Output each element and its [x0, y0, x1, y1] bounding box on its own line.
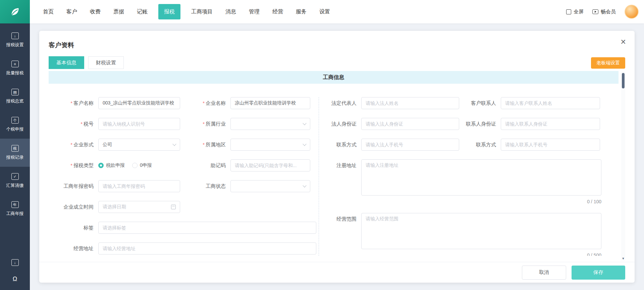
industry-label: *所属行业 [180, 121, 230, 127]
customer-name-input[interactable] [98, 97, 180, 109]
form-row: 企业成立时间 请选择日期 [49, 201, 319, 213]
close-icon[interactable]: × [621, 38, 626, 47]
nav-item-messages[interactable]: 消息 [223, 0, 238, 23]
form-row: 注册地址 0 / 100 [328, 159, 619, 204]
tags-label: 标签 [49, 225, 98, 231]
registered-address-textarea[interactable] [361, 159, 601, 196]
tax-number-input[interactable] [98, 118, 180, 130]
contact-id-label: 联系人身份证 [459, 121, 501, 127]
legal-id-input[interactable] [361, 118, 459, 130]
region-select[interactable] [230, 139, 310, 151]
chevron-down-icon [303, 142, 306, 146]
monitor-download-icon[interactable]: ↓ [11, 259, 19, 266]
form-row: 标签 [49, 222, 319, 234]
business-status-select[interactable] [230, 180, 310, 192]
contact-id-input[interactable] [501, 118, 600, 130]
tab-basic-info[interactable]: 基本信息 [49, 56, 84, 69]
sidebar-item-filing-overview[interactable]: ▤ 报税总览 [0, 82, 30, 111]
industry-select[interactable] [230, 118, 310, 130]
nav-item-customers[interactable]: 客户 [64, 0, 79, 23]
nav-item-tax-filing[interactable]: 报税 [158, 4, 180, 19]
member-button[interactable]: 畅会员 [592, 9, 616, 15]
vertical-scrollbar[interactable]: ▼ [621, 72, 625, 261]
topbar-right: 全屏 畅会员 [566, 0, 644, 23]
customer-info-modal: 客户资料 × 基本信息 财税设置 老板端设置 工商信息 *客户名称 *企业名称 [39, 31, 635, 283]
tax-number-label: *税号 [49, 121, 98, 127]
save-button[interactable]: 保存 [572, 266, 625, 280]
fullscreen-button[interactable]: 全屏 [566, 9, 584, 15]
required-mark: * [203, 142, 205, 147]
contact-phone-input[interactable] [501, 139, 600, 151]
company-type-select[interactable]: 公司 [98, 139, 180, 151]
nav-item-home[interactable]: 首页 [41, 0, 56, 23]
cancel-button[interactable]: 取消 [522, 266, 566, 280]
nav-item-operations[interactable]: 经营 [270, 0, 285, 23]
required-mark: * [80, 121, 83, 127]
legal-rep-input[interactable] [361, 97, 459, 109]
form-left-section: *客户名称 *企业名称 *税号 *所属行业 [49, 97, 319, 256]
tax-type-radio-group: 税款申报 0申报 [98, 162, 180, 168]
tab-finance-tax-settings[interactable]: 财税设置 [88, 56, 124, 69]
legal-id-label: 法人身份证 [328, 121, 361, 127]
form-row: 法定代表人 客户联系人 [328, 97, 619, 109]
customer-form: *客户名称 *企业名称 *税号 *所属行业 [49, 84, 619, 256]
fullscreen-icon [566, 9, 571, 14]
tax-settings-icon: ↓ [11, 32, 19, 39]
mnemonic-input[interactable] [230, 159, 310, 171]
business-address-label: 经营地址 [49, 245, 98, 252]
required-mark: * [70, 142, 72, 147]
chevron-down-icon [172, 142, 176, 146]
nav-item-billing[interactable]: 收费 [88, 0, 103, 23]
registered-address-counter: 0 / 100 [361, 199, 601, 204]
business-info-section-header: 工商信息 [49, 71, 619, 84]
annual-report-password-input[interactable] [98, 180, 180, 192]
tags-input[interactable] [98, 222, 316, 234]
tax-type-label: *报税类型 [49, 162, 98, 169]
business-address-input[interactable] [98, 242, 316, 255]
avatar[interactable] [625, 5, 639, 19]
sidebar-item-annual-report[interactable]: 年 工商年报 [0, 195, 30, 223]
personal-tax-icon: 个 [11, 117, 19, 124]
establish-date-label: 企业成立时间 [49, 204, 98, 210]
nav-item-services[interactable]: 服务 [294, 0, 309, 23]
sidebar-item-filing-records[interactable]: 税 报税记录 [0, 139, 30, 167]
app-logo[interactable] [0, 0, 30, 23]
modal-header: 客户资料 × [39, 31, 635, 50]
establish-date-picker[interactable]: 请选择日期 [98, 201, 180, 213]
form-row: 经营地址 [49, 242, 319, 255]
member-label: 畅会员 [601, 9, 616, 15]
annual-report-password-label: 工商年报密码 [49, 183, 98, 190]
company-name-input[interactable] [230, 97, 310, 109]
sidebar-item-final-settlement[interactable]: ✓ 汇算清缴 [0, 167, 30, 195]
nav-item-business-projects[interactable]: 工商项目 [189, 0, 215, 23]
form-row: *企业形式 公司 *所属地区 [49, 139, 319, 151]
boss-settings-button[interactable]: 老板端设置 [591, 57, 625, 69]
sidebar-item-tax-settings[interactable]: ↓ 报税设置 [0, 26, 30, 54]
sidebar-item-batch-filing[interactable]: ≡ 批量报税 [0, 54, 30, 82]
nav-item-invoices[interactable]: 票据 [111, 0, 126, 23]
scrollbar-thumb[interactable] [622, 73, 625, 88]
company-type-label: *企业形式 [49, 142, 98, 148]
filing-records-icon: 税 [11, 145, 19, 152]
business-status-label: 工商状态 [180, 183, 230, 190]
scrollbar-down-arrow[interactable]: ▼ [621, 257, 625, 261]
business-scope-textarea[interactable] [361, 213, 601, 249]
required-mark: * [203, 100, 205, 106]
nav-item-settings[interactable]: 设置 [317, 0, 332, 23]
business-scope-counter: 0 / 500 [361, 252, 601, 256]
legal-phone-label: 联系方式 [328, 142, 361, 148]
nav-item-bookkeeping[interactable]: 记账 [135, 0, 150, 23]
customer-contact-input[interactable] [501, 97, 600, 109]
registered-address-label: 注册地址 [328, 159, 361, 169]
company-type-value: 公司 [103, 142, 112, 148]
modal-title: 客户资料 [49, 41, 625, 50]
required-mark: * [70, 162, 72, 168]
required-mark: * [203, 121, 205, 127]
legal-phone-input[interactable] [361, 139, 459, 151]
radio-zero-declaration[interactable]: 0申报 [132, 162, 152, 168]
nav-item-management[interactable]: 管理 [247, 0, 262, 23]
form-row: 工商年报密码 工商状态 [49, 180, 319, 192]
sidebar-item-personal-tax[interactable]: 个 个税申报 [0, 111, 30, 139]
radio-tax-declaration[interactable]: 税款申报 [98, 162, 125, 168]
headset-icon[interactable]: Ω [13, 276, 17, 282]
